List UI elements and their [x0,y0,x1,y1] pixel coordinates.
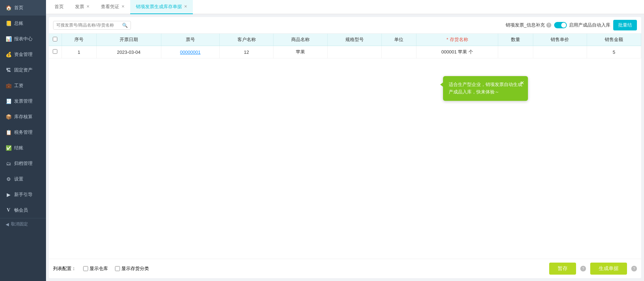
tab-return-invoice-close[interactable]: ✕ [184,4,187,9]
content-area: 🔍 销项发票_信息补充 ? 启用产成品自动入库 批量结 [49,17,641,278]
th-number: 票号 [161,34,219,46]
tab-invoice[interactable]: 发票 ✕ [69,0,95,14]
generate-help-icon[interactable]: ? [631,266,637,271]
tab-invoice-label: 发票 [75,4,84,10]
table-header-row: 序号 开票日期 票号 客户名称 商品名称 规格型号 单位 * 存货名称 数量 销… [49,34,641,46]
labor-icon: 💼 [6,83,11,88]
sidebar-item-invoice-management[interactable]: 🧾 发票管理 [0,93,46,109]
sidebar-item-inventory[interactable]: 📦 库存核算 [0,109,46,125]
assets-icon: 🏗 [6,67,11,73]
pin-bar[interactable]: ◀ 取消固定 [0,218,46,230]
tooltip-close-button[interactable]: ✕ [520,79,524,87]
th-customer: 客户名称 [219,34,274,46]
save-help-icon[interactable]: ? [580,266,586,271]
th-amount: 销售金额 [587,34,641,46]
settlement-icon: ✅ [6,145,11,151]
ledger-icon: 📒 [6,21,11,26]
tab-voucher[interactable]: 查看凭证 ✕ [95,0,130,14]
pin-icon: ◀ [6,222,9,227]
td-spec [328,46,382,58]
th-spec: 规格型号 [328,34,382,46]
sidebar: 🏠 首页 📒 总账 📊 报表中心 💰 资金管理 🏗 固定资产 💼 工资 🧾 发票… [0,0,46,281]
sidebar-item-report-center[interactable]: 📊 报表中心 [0,31,46,47]
sidebar-item-tax-management[interactable]: 📋 税务管理 [0,125,46,140]
sidebar-item-fixed-assets[interactable]: 🏗 固定资产 [0,62,46,78]
td-checkbox [49,46,62,58]
td-product: 苹果 [274,46,328,58]
row-checkbox[interactable] [53,49,57,54]
show-category-label: 显示存货分类 [121,265,149,272]
tab-voucher-close[interactable]: ✕ [121,4,125,9]
tab-home[interactable]: 首页 [49,0,69,14]
archive-icon: 🗂 [6,161,11,166]
auto-warehouse-toggle[interactable] [554,22,567,28]
tab-bar: 首页 发票 ✕ 查看凭证 ✕ 销项发票生成库存单据 ✕ [46,0,644,14]
show-category-checkbox[interactable] [115,266,120,271]
sidebar-item-settlement[interactable]: ✅ 结账 [0,140,46,156]
generate-button[interactable]: 生成单据 [590,263,627,275]
search-input[interactable] [56,23,122,28]
show-warehouse-checkbox[interactable] [83,266,88,271]
footer-actions: 暂存 ? 生成单据 ? [549,263,637,275]
tooltip-text: 适合生产型企业，销项发票自动生成产成品入库，快来体验～ [449,82,522,94]
tab-return-invoice[interactable]: 销项发票生成库存单据 ✕ [130,0,193,14]
data-table: 序号 开票日期 票号 客户名称 商品名称 规格型号 单位 * 存货名称 数量 销… [49,34,641,58]
save-button[interactable]: 暂存 [549,263,576,275]
show-category-wrapper: 显示存货分类 [115,265,149,272]
td-date: 2023-03-04 [96,46,161,58]
sidebar-item-settings[interactable]: ⚙ 设置 [0,171,46,187]
info-label-text: 销项发票_信息补充 [506,22,545,28]
th-date: 开票日期 [96,34,161,46]
td-amount: 5 [587,46,641,58]
th-checkbox [49,34,62,46]
td-unit-price [533,46,587,58]
show-warehouse-wrapper: 显示仓库 [83,265,108,272]
th-product: 商品名称 [274,34,328,46]
sidebar-item-labor[interactable]: 💼 工资 [0,78,46,93]
sidebar-item-label: 设置 [14,176,23,182]
toggle-knob [561,23,566,28]
tooltip-popover: ✕ 适合生产型企业，销项发票自动生成产成品入库，快来体验～ [443,76,528,101]
gear-icon: ⚙ [6,176,11,182]
sidebar-item-label: 报表中心 [14,36,33,42]
home-icon: 🏠 [6,5,11,11]
td-unit [381,46,416,58]
tab-return-invoice-label: 销项发票生成库存单据 [136,4,182,10]
table-row: 1 2023-03-04 00000001 12 苹果 000001 苹果 个 … [49,46,641,58]
tab-voucher-label: 查看凭证 [101,4,119,10]
toggle-label: 启用产成品自动入库 [569,22,610,28]
tax-icon: 📋 [6,130,11,135]
config-label: 列表配置： [53,265,76,272]
tab-invoice-close[interactable]: ✕ [86,4,90,9]
th-unit: 单位 [381,34,416,46]
sidebar-item-general-ledger[interactable]: 📒 总账 [0,16,46,31]
sidebar-item-label: 库存核算 [14,114,33,120]
sidebar-item-home[interactable]: 🏠 首页 [0,0,46,16]
info-icon[interactable]: ? [546,23,551,28]
sidebar-item-archive[interactable]: 🗂 归档管理 [0,156,46,171]
sidebar-item-label: 固定资产 [14,67,33,73]
sidebar-item-label: 畅会员 [14,207,28,213]
search-icon: 🔍 [122,23,128,28]
pin-label: 取消固定 [11,221,28,227]
invoice-icon: 🧾 [6,98,11,104]
sidebar-item-vip[interactable]: V 畅会员 [0,202,46,218]
table-wrapper: 序号 开票日期 票号 客户名称 商品名称 规格型号 单位 * 存货名称 数量 销… [49,34,641,259]
search-wrapper[interactable]: 🔍 [53,21,131,30]
batch-button[interactable]: 批量结 [613,20,637,30]
sidebar-item-label: 税务管理 [14,129,33,136]
sidebar-item-label: 发票管理 [14,98,33,104]
sidebar-item-label: 新手引导 [14,191,33,198]
td-number[interactable]: 00000001 [161,46,219,58]
toggle-wrapper: 启用产成品自动入库 [554,22,610,28]
th-unit-price: 销售单价 [533,34,587,46]
sidebar-item-label: 工资 [14,82,23,89]
th-qty: 数量 [498,34,533,46]
td-inventory: 000001 苹果 个 [416,46,498,58]
sidebar-item-guide[interactable]: ▶ 新手引导 [0,187,46,202]
sidebar-item-label: 总账 [14,20,23,27]
sidebar-item-label: 归档管理 [14,160,33,167]
sidebar-item-fund-management[interactable]: 💰 资金管理 [0,47,46,62]
sidebar-item-label: 首页 [14,5,23,11]
select-all-checkbox[interactable] [53,37,57,41]
